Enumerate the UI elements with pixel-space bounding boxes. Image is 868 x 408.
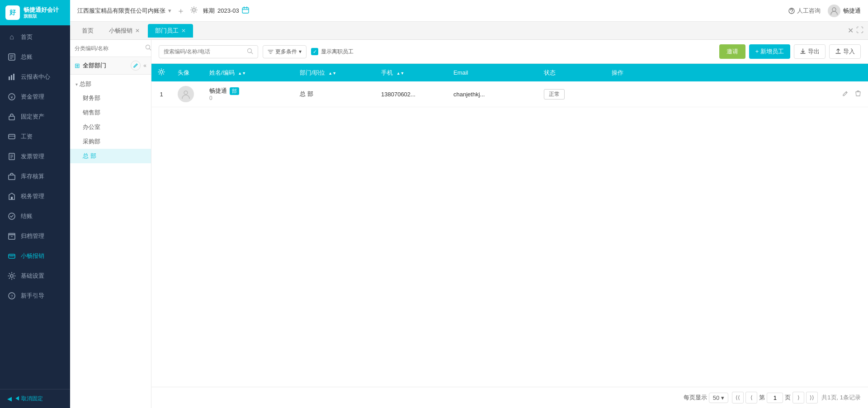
sidebar-item-settings[interactable]: 基础设置 [0, 266, 70, 286]
tab-employees[interactable]: 部门员工 ✕ [148, 24, 193, 38]
tabs-actions: ✕ ⛶ [848, 26, 863, 35]
tab-employees-label: 部门员工 [155, 27, 179, 35]
expense-icon [7, 251, 16, 261]
dept-child-office[interactable]: 办公室 [70, 120, 151, 134]
dept-search-input[interactable] [75, 45, 142, 52]
svg-point-28 [193, 9, 195, 11]
page-number-input[interactable] [767, 393, 783, 403]
svg-rect-6 [13, 74, 14, 80]
delete-employee-icon[interactable] [854, 90, 862, 99]
dept-child-label: 办公室 [83, 123, 100, 130]
dept-all-header: ⊞ 全部部门 « [70, 57, 151, 75]
col-header-name[interactable]: 姓名/编码 ▲▼ [203, 64, 293, 81]
svg-point-25 [10, 275, 13, 277]
topbar: 江西服宝精品有限责任公司内账张 ▾ ＋ 账期 2023-03 人工咨询 畅捷通 [70, 0, 868, 22]
app-subtitle: 旗舰版 [24, 14, 59, 19]
sidebar-item-home[interactable]: ⌂ 首页 [0, 27, 70, 47]
employee-search-icon[interactable] [247, 48, 253, 56]
next-page-button[interactable]: ⟩ [793, 392, 804, 403]
add-company-icon[interactable]: ＋ [177, 5, 185, 16]
tab-employees-close-icon[interactable]: ✕ [181, 28, 186, 34]
col-header-dept[interactable]: 部门/职位 ▲▼ [293, 64, 375, 81]
dept-child-sales[interactable]: 销售部 [70, 105, 151, 120]
import-button[interactable]: 导入 [829, 44, 861, 59]
dept-child-purchase[interactable]: 采购部 [70, 134, 151, 149]
employee-search-box[interactable] [159, 45, 258, 58]
row-phone: 138070602... [375, 81, 447, 107]
svg-rect-29 [242, 8, 249, 13]
page-size-dropdown[interactable]: 50 ▾ [709, 393, 728, 403]
add-employee-button[interactable]: + 新增员工 [749, 44, 790, 59]
show-resigned-label: 显示离职员工 [321, 48, 354, 56]
svg-rect-10 [9, 134, 15, 139]
employee-email: chanjethkj... [453, 91, 485, 98]
sidebar-item-capital[interactable]: ¥ 资金管理 [0, 87, 70, 107]
svg-point-35 [832, 8, 836, 11]
svg-line-39 [251, 52, 253, 54]
sidebar-item-reports[interactable]: 云报表中心 [0, 67, 70, 87]
page-size-selector: 每页显示 50 ▾ [684, 393, 728, 403]
sidebar-item-tax[interactable]: 税务管理 [0, 186, 70, 206]
sidebar-item-payroll[interactable]: 工资 [0, 127, 70, 147]
guide-icon: ? [7, 291, 16, 300]
company-selector[interactable]: 江西服宝精品有限责任公司内账张 ▾ [77, 7, 171, 15]
tab-home[interactable]: 首页 [75, 24, 101, 38]
support-btn[interactable]: 人工咨询 [788, 7, 821, 15]
sidebar-pin-toggle[interactable]: ◀ ◀ 取消固定 [0, 389, 70, 408]
per-page-label: 每页显示 [684, 394, 707, 402]
prev-page-button[interactable]: ⟨ [745, 392, 757, 403]
employee-dept-badge: 部 [230, 87, 239, 95]
tab-expand-icon[interactable]: ⛶ [856, 26, 863, 35]
svg-rect-17 [11, 197, 13, 199]
employee-table: 头像 姓名/编码 ▲▼ 部门/职位 ▲▼ 手机 [151, 64, 868, 107]
tab-expense-close-icon[interactable]: ✕ [135, 28, 140, 34]
svg-point-34 [791, 12, 792, 13]
sidebar-item-settle[interactable]: 结账 [0, 206, 70, 226]
last-page-button[interactable]: ⟩⟩ [806, 392, 818, 403]
tab-expense[interactable]: 小畅报销 ✕ [102, 24, 147, 38]
export-button[interactable]: 导出 [794, 44, 826, 59]
sidebar-item-expense[interactable]: 小畅报销 [0, 246, 70, 266]
edit-employee-icon[interactable] [842, 90, 849, 99]
dept-child-general[interactable]: 总 部 [70, 149, 151, 163]
col-header-avatar: 头像 [171, 64, 203, 81]
svg-point-41 [184, 91, 188, 95]
dept-collapse-icon[interactable]: « [143, 62, 146, 69]
sidebar-item-invoice[interactable]: 发票管理 [0, 147, 70, 166]
assets-icon [7, 112, 16, 121]
svg-line-37 [150, 49, 151, 51]
sidebar: 好 畅捷通好会计 旗舰版 ⌂ 首页 总账 云报表中心 ¥ 资金管理 [0, 0, 70, 408]
show-resigned-toggle[interactable]: ✓ 显示离职员工 [311, 48, 354, 56]
sidebar-item-guide[interactable]: ? 新手引导 [0, 286, 70, 306]
user-menu[interactable]: 畅捷通 [828, 5, 861, 17]
dept-search-icon[interactable] [145, 44, 151, 52]
employee-avatar [178, 86, 194, 102]
period-selector[interactable]: 账期 2023-03 [203, 6, 249, 15]
filter-button[interactable]: 更多条件 ▾ [263, 45, 307, 58]
col-header-phone[interactable]: 手机 ▲▼ [375, 64, 447, 81]
period-value: 2023-03 [217, 7, 239, 14]
dept-edit-button[interactable] [131, 61, 141, 71]
sidebar-item-assets[interactable]: 固定资产 [0, 107, 70, 127]
settings-icon [7, 271, 16, 280]
topbar-right: 人工咨询 畅捷通 [788, 5, 861, 17]
employee-search-input[interactable] [164, 48, 244, 55]
support-label: 人工咨询 [797, 7, 821, 15]
filter-label: 更多条件 [275, 48, 297, 56]
dept-parent-general[interactable]: ▾ 总部 [70, 77, 151, 91]
tab-close-all-icon[interactable]: ✕ [848, 26, 854, 35]
col-header-settings[interactable] [151, 64, 171, 81]
sidebar-item-inventory[interactable]: 库存核算 [0, 166, 70, 186]
dept-child-finance[interactable]: 财务部 [70, 91, 151, 105]
invite-button[interactable]: 邀请 [719, 44, 745, 59]
dept-panel: ⊞ 全部部门 « ▾ 总部 财务部 [70, 40, 151, 408]
company-settings-icon[interactable] [190, 6, 198, 15]
app-title: 畅捷通好会计 [24, 6, 59, 14]
sidebar-item-ledger[interactable]: 总账 [0, 47, 70, 67]
show-resigned-checkbox[interactable]: ✓ [311, 48, 318, 55]
export-label: 导出 [808, 47, 820, 56]
first-page-button[interactable]: ⟨⟨ [732, 392, 744, 403]
calendar-icon [242, 6, 249, 15]
svg-point-40 [160, 71, 163, 73]
sidebar-item-archive[interactable]: 归档管理 [0, 226, 70, 246]
